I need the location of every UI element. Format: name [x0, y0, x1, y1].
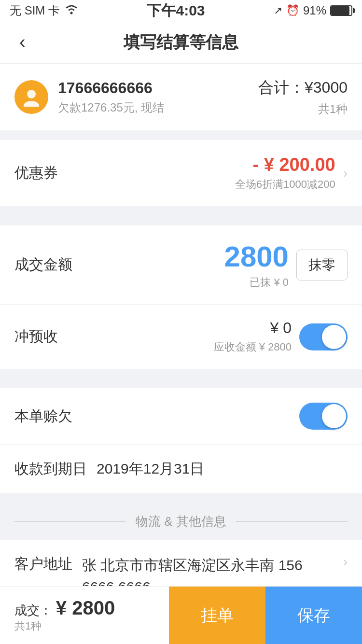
- coupon-label: 优惠券: [14, 163, 58, 183]
- bottom-left: 成交： ¥ 2800 共1种: [0, 587, 169, 644]
- wifi-icon: [65, 4, 78, 17]
- divider-2: [0, 378, 362, 388]
- deal-section: 成交金额 2800 已抹 ¥ 0 抹零 冲预收 ¥ 0 应收金额 ¥ 2800: [0, 225, 362, 369]
- coupon-section: 优惠券 - ¥ 200.00 全场6折满1000减200 ›: [0, 140, 362, 206]
- status-time: 下午4:03: [147, 1, 205, 21]
- logistics-line-left: [14, 521, 126, 522]
- svg-point-1: [27, 90, 36, 98]
- pre-collect-toggle[interactable]: [299, 323, 348, 350]
- customer-debt: 欠款1276.35元, 现结: [58, 100, 164, 115]
- pre-collect-row: 冲预收 ¥ 0 应收金额 ¥ 2800: [0, 305, 362, 369]
- logistics-text: 物流 & 其他信息: [136, 513, 226, 530]
- battery-icon: [330, 5, 352, 16]
- hang-button[interactable]: 挂单: [169, 587, 265, 644]
- coupon-amount: - ¥ 200.00: [235, 154, 335, 175]
- coupon-desc: 全场6折满1000减200: [235, 177, 335, 192]
- divider-3: [0, 494, 362, 504]
- bottom-bar: 成交： ¥ 2800 共1种 挂单 保存: [0, 586, 362, 644]
- svg-point-2: [24, 101, 39, 107]
- debt-label: 本单赊欠: [14, 406, 72, 426]
- save-button[interactable]: 保存: [265, 587, 362, 644]
- deal-amount-label: 成交金额: [14, 255, 72, 275]
- page-title: 填写结算等信息: [124, 31, 238, 54]
- customer-info: 17666666666 欠款1276.35元, 现结: [58, 79, 164, 115]
- due-date-label: 收款到期日: [14, 459, 87, 479]
- carrier-text: 无 SIM 卡: [10, 3, 60, 18]
- round-button[interactable]: 抹零: [296, 250, 348, 280]
- bottom-deal-label: 成交：: [14, 603, 52, 617]
- deal-amount-sub: 已抹 ¥ 0: [224, 275, 289, 290]
- pre-amount-sub: 应收金额 ¥ 2800: [214, 340, 292, 354]
- coupon-row[interactable]: 优惠券 - ¥ 200.00 全场6折满1000减200 ›: [0, 140, 362, 206]
- battery-percent: 91%: [303, 4, 326, 17]
- bottom-deal-amount: ¥ 2800: [56, 597, 115, 618]
- status-bar: 无 SIM 卡 下午4:03 ↗ ⏰ 91%: [0, 0, 362, 21]
- content: 17666666666 欠款1276.35元, 现结 合计：¥3000 共1种 …: [0, 64, 362, 644]
- customer-card: 17666666666 欠款1276.35元, 现结 合计：¥3000 共1种: [0, 64, 362, 130]
- pre-collect-right: ¥ 0 应收金额 ¥ 2800: [214, 319, 348, 354]
- due-date-row: 收款到期日 2019年12月31日: [0, 445, 362, 494]
- location-icon: ↗: [274, 4, 282, 17]
- pre-collect-label: 冲预收: [14, 327, 58, 347]
- deal-amount-number: 2800: [224, 240, 289, 273]
- deal-amount-right: 2800 已抹 ¥ 0 抹零: [224, 240, 348, 290]
- customer-left: 17666666666 欠款1276.35元, 现结: [14, 79, 164, 115]
- pre-amount: ¥ 0: [214, 319, 292, 337]
- back-button[interactable]: ‹: [14, 27, 30, 57]
- address-chevron: ›: [343, 554, 348, 570]
- chevron-right-icon: ›: [343, 166, 348, 181]
- address-chevron-icon: ›: [343, 554, 348, 570]
- logistics-line-right: [236, 521, 348, 522]
- nav-bar: ‹ 填写结算等信息: [0, 21, 362, 64]
- logistics-header: 物流 & 其他信息: [0, 504, 362, 540]
- customer-phone: 17666666666: [58, 79, 164, 97]
- total-count: 共1种: [258, 101, 348, 117]
- toggle-knob: [322, 325, 346, 349]
- total-amount: 合计：¥3000: [258, 77, 348, 98]
- divider-1: [0, 216, 362, 225]
- due-date-value: 2019年12月31日: [97, 459, 204, 479]
- status-right: ↗ ⏰ 91%: [274, 4, 352, 17]
- coupon-right: - ¥ 200.00 全场6折满1000减200 ›: [235, 154, 348, 192]
- debt-toggle-knob: [322, 404, 346, 428]
- debt-row: 本单赊欠: [0, 388, 362, 445]
- status-left: 无 SIM 卡: [10, 3, 78, 18]
- debt-toggle[interactable]: [299, 403, 348, 430]
- svg-point-0: [70, 12, 73, 14]
- address-label: 客户地址: [14, 554, 72, 574]
- alarm-icon: ⏰: [286, 4, 299, 17]
- customer-right: 合计：¥3000 共1种: [258, 77, 348, 117]
- bottom-count: 共1种: [14, 619, 154, 633]
- avatar: [14, 80, 48, 114]
- deal-amount-row: 成交金额 2800 已抹 ¥ 0 抹零: [0, 225, 362, 305]
